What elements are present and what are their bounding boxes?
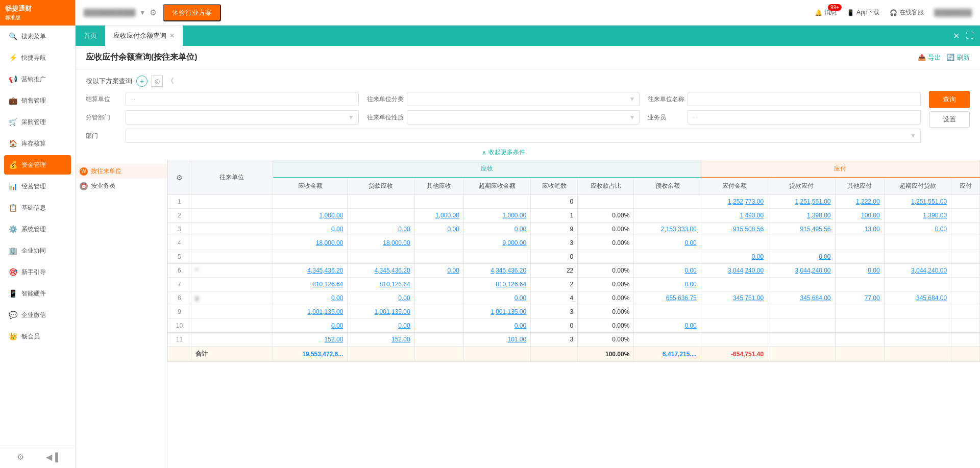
partner-nature-input[interactable]: ▼ [407,110,640,125]
online-service-btn[interactable]: 🎧 在线客服 [890,8,924,17]
row-ar-loan[interactable]: 4,345,436.20 [348,264,414,278]
row-ap-other[interactable]: 13.00 [835,223,884,236]
row-ar-loan[interactable]: 810,126.64 [348,278,414,291]
row-ap-amount[interactable]: 1,490.00 [701,209,768,223]
topbar-gear-icon[interactable]: ⚙ [150,8,157,17]
row-ar-prepaid[interactable]: 0.00 [634,264,701,278]
partner-category-input[interactable]: ▼ [407,92,640,106]
filter-expand-button[interactable]: 《 [167,77,174,86]
sidebar-item-sales[interactable]: 💼 销售管理 [0,90,75,111]
sidebar-item-inventory[interactable]: 🏠 库存核算 [0,133,75,154]
sidebar-item-search-menu[interactable]: 🔍 搜索菜单 [0,26,75,47]
app-download-btn[interactable]: 📱 App下载 [847,8,879,17]
row-ar-amount[interactable]: 810,126.64 [273,278,347,291]
row-ar-amount[interactable]: 152.00 [273,333,347,347]
tab-home[interactable]: 首页 [76,26,105,46]
sidebar-item-finance[interactable]: 💰 资金管理 [4,155,71,175]
row-ar-loan[interactable]: 0.00 [348,319,414,333]
promo-button[interactable]: 体验行业方案 [163,4,221,21]
sidebar-item-purchase[interactable]: 🛒 采购管理 [0,111,75,133]
row-ap-other[interactable]: 0.00 [835,264,884,278]
row-ap-overdue[interactable]: 0.00 [884,223,951,236]
row-ar-overdue[interactable]: 810,126.64 [463,278,530,291]
partner-name-input[interactable] [688,92,921,106]
row-ap-other[interactable]: 1,222.00 [835,195,884,209]
close-all-icon[interactable]: ✕ [953,31,960,41]
total-ar-prepaid[interactable]: 6,417,215.... [634,347,701,362]
row-ap-other[interactable]: 77.00 [835,291,884,305]
sidebar-item-member[interactable]: 👑 畅会员 [0,326,75,347]
row-ar-amount[interactable]: 18,000.00 [273,236,347,250]
settings-bottom-icon[interactable]: ⚙ [17,452,24,462]
sidebar-item-quick-nav[interactable]: ⚡ 快捷导航 [0,47,75,68]
sidebar-item-system[interactable]: ⚙️ 系统管理 [0,218,75,240]
row-ap-loan[interactable]: 915,495.56 [768,223,835,236]
notification-btn[interactable]: 🔔 消息 99+ [815,8,837,17]
left-panel-by-partner[interactable]: W 按往来单位 [76,164,167,179]
row-ap-loan[interactable]: 1,390.00 [768,209,835,223]
row-ap-amount[interactable]: 915,508.56 [701,223,768,236]
row-ap-loan[interactable]: 3,044,240.00 [768,264,835,278]
row-ar-overdue[interactable]: 4,345,436.20 [463,264,530,278]
dept-manager-input[interactable]: ▼ [126,110,359,125]
setting-button[interactable]: 设置 [929,111,970,128]
row-ar-amount[interactable]: 1,001,135.00 [273,305,347,319]
refresh-button[interactable]: 🔄 刷新 [946,53,970,62]
row-ar-prepaid[interactable]: 655,636.75 [634,291,701,305]
row-ap-loan[interactable]: 345,684.00 [768,291,835,305]
tab-close-icon[interactable]: ✕ [169,32,175,39]
row-ap-loan[interactable]: 0.00 [768,250,835,264]
sidebar-item-basic[interactable]: 📋 基础信息 [0,197,75,218]
row-ar-loan[interactable]: 18,000.00 [348,236,414,250]
row-ar-overdue[interactable]: 0.00 [463,223,530,236]
department-input[interactable]: ▼ [126,129,921,143]
row-ap-overdue[interactable]: 3,044,240.00 [884,264,951,278]
row-ar-amount[interactable]: 4,345,436.20 [273,264,347,278]
row-ar-prepaid[interactable]: 0.00 [634,319,701,333]
topbar-dropdown-icon[interactable]: ▼ [139,9,145,16]
row-ap-amount[interactable]: 3,044,240.00 [701,264,768,278]
row-ar-loan[interactable]: 0.00 [348,223,414,236]
collapse-filter-button[interactable]: ∧ 收起更多条件 [86,145,921,160]
left-panel-by-salesperson[interactable]: ⏰ 按业务员 [76,179,167,193]
row-ar-overdue[interactable]: 1,000.00 [463,209,530,223]
row-ar-overdue[interactable]: 0.00 [463,291,530,305]
row-ar-amount[interactable]: 0.00 [273,291,347,305]
row-ar-amount[interactable]: 0.00 [273,223,347,236]
row-ar-other[interactable]: 0.00 [414,223,463,236]
table-settings-icon[interactable]: ⚙ [176,174,183,182]
row-ar-other[interactable]: 0.00 [414,264,463,278]
sidebar-item-guide[interactable]: 🎯 新手引导 [0,261,75,283]
sidebar-item-marketing[interactable]: 📢 营销推广 [0,68,75,90]
tab-ar-ap-query[interactable]: 应收应付余额查询 ✕ [105,26,183,46]
filter-grid-button[interactable]: ◎ [152,76,163,87]
total-ar-amount[interactable]: 19,553,472,6... [273,347,347,362]
row-ar-overdue[interactable]: 0.00 [463,319,530,333]
row-ar-prepaid[interactable]: 0.00 [634,236,701,250]
row-ap-other[interactable]: 100.00 [835,209,884,223]
expand-icon[interactable]: ⛶ [966,31,974,40]
row-ap-overdue[interactable]: 345,684.00 [884,291,951,305]
sidebar-item-enterprise[interactable]: 🏢 企业协同 [0,240,75,261]
sidebar-item-wechat[interactable]: 💬 企业微信 [0,304,75,326]
row-ar-overdue[interactable]: 1,001,135.00 [463,305,530,319]
collapse-sidebar-icon[interactable]: ◀▐ [46,452,58,462]
row-ap-amount[interactable]: 1,252,773.00 [701,195,768,209]
row-ap-amount[interactable]: 345,761.00 [701,291,768,305]
row-ar-prepaid[interactable]: 0.00 [634,278,701,291]
total-ap-amount[interactable]: -654,751.40 [701,347,768,362]
row-ap-amount[interactable]: 0.00 [701,250,768,264]
sidebar-item-operations[interactable]: 📊 经营管理 [0,176,75,197]
row-ar-overdue[interactable]: 9,000.00 [463,236,530,250]
row-ar-prepaid[interactable]: 2,153,333.00 [634,223,701,236]
salesperson-input[interactable]: ··· [688,110,921,125]
row-ap-loan[interactable]: 1,251,551.00 [768,195,835,209]
row-ar-loan[interactable]: 1,001,135.00 [348,305,414,319]
row-ar-loan[interactable]: 0.00 [348,291,414,305]
row-ar-loan[interactable]: 152.00 [348,333,414,347]
filter-add-button[interactable]: + [136,76,148,87]
sidebar-item-smart[interactable]: 📱 智能硬件 [0,283,75,304]
row-ar-other[interactable]: 1,000.00 [414,209,463,223]
settlement-unit-input[interactable]: ··· [126,92,359,106]
query-button[interactable]: 查询 [929,91,970,108]
